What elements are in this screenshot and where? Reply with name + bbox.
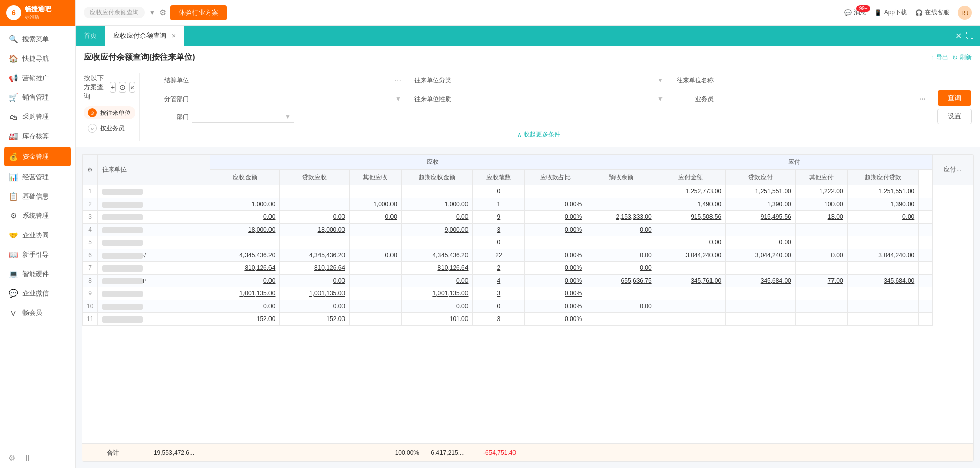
- sidebar-item-marketing[interactable]: 📢营销推广: [0, 68, 75, 88]
- ap-loan-link[interactable]: 3,044,240.00: [755, 252, 791, 259]
- unit-category-arrow[interactable]: ▼: [657, 77, 664, 84]
- ar-count-link[interactable]: 0: [497, 303, 501, 310]
- unit-name-input[interactable]: [717, 75, 929, 86]
- ar-count-link[interactable]: 0: [497, 188, 501, 195]
- ar-ratio-link[interactable]: 0.00%: [565, 264, 582, 272]
- dept-manage-input[interactable]: ▼: [192, 93, 404, 105]
- ar-amount-link[interactable]: 4,345,436.20: [239, 252, 275, 259]
- user-avatar[interactable]: Rit: [958, 6, 972, 20]
- ar-amount-link[interactable]: 0.00: [263, 303, 275, 310]
- sidebar-item-operations[interactable]: 📊经营管理: [0, 167, 75, 187]
- table-scroll[interactable]: ⚙ 往来单位 应收 应付 应付... 应收金额 贷款应收 其他应收 超期应收金额…: [82, 154, 973, 443]
- ar-loan-link[interactable]: 0.00: [333, 303, 345, 310]
- tab-close-ar_ap[interactable]: ×: [172, 32, 176, 40]
- ar-loan-link[interactable]: 1,001,135.00: [309, 290, 345, 297]
- ar-amount-link[interactable]: 152.00: [257, 315, 276, 323]
- sidebar-item-finance[interactable]: 💰资金管理: [4, 147, 71, 166]
- ap-loan-link[interactable]: 915,495.56: [761, 213, 791, 220]
- ar-ratio-link[interactable]: 0.00%: [565, 290, 582, 297]
- ap-amount-link[interactable]: 345,761.00: [691, 277, 721, 284]
- ar-amount-link[interactable]: 0.00: [263, 213, 275, 220]
- settlement-unit-dots[interactable]: ···: [395, 76, 401, 85]
- sidebar-item-system[interactable]: ⚙系统管理: [0, 206, 75, 226]
- ap-amount-link[interactable]: 1,490.00: [698, 201, 722, 208]
- ap-loan-link[interactable]: 0.00: [779, 239, 791, 246]
- topbar-cta-button[interactable]: 体验行业方案: [170, 5, 227, 20]
- ar-other-link[interactable]: 1,000.00: [373, 201, 397, 208]
- ap-overdue-link[interactable]: 3,044,240.00: [878, 252, 914, 259]
- sidebar-item-basic[interactable]: 📋基础信息: [0, 187, 75, 206]
- ap-amount-link[interactable]: 0.00: [709, 239, 721, 246]
- ap-overdue-link[interactable]: 1,251,551.00: [878, 188, 914, 195]
- collapse-more-button[interactable]: ∧ 收起更多条件: [513, 128, 565, 141]
- ap-other-link[interactable]: 77.00: [828, 277, 843, 284]
- ap-other-link[interactable]: 0.00: [831, 252, 843, 259]
- scheme-settings-button[interactable]: ⊙: [119, 82, 126, 93]
- sidebar-item-hardware[interactable]: 💻智能硬件: [0, 264, 75, 284]
- ar-count-link[interactable]: 9: [497, 213, 501, 220]
- ar-count-link[interactable]: 1: [497, 201, 501, 208]
- ap-other-link[interactable]: 1,222.00: [819, 188, 843, 195]
- ap-overdue-link[interactable]: 0.00: [902, 213, 914, 220]
- ap-amount-link[interactable]: 915,508.56: [691, 213, 721, 220]
- online-service-button[interactable]: 🎧 在线客服: [915, 8, 949, 17]
- scheme-by-unit[interactable]: ⊙ 按往来单位: [84, 106, 135, 119]
- ar-overdue-link[interactable]: 0.00: [456, 277, 468, 284]
- ar-ratio-link[interactable]: 0.00%: [565, 201, 582, 208]
- ar-ratio-link[interactable]: 0.00%: [565, 213, 582, 220]
- ar-prepaid-link[interactable]: 0.00: [640, 303, 651, 310]
- ar-prepaid-link[interactable]: 0.00: [640, 226, 651, 233]
- export-button[interactable]: ↑ 导出: [931, 53, 948, 62]
- sidebar-item-wechat[interactable]: 💬企业微信: [0, 284, 75, 303]
- settings-footer-icon[interactable]: ⚙: [8, 453, 15, 463]
- ar-amount-link[interactable]: 18,000.00: [248, 226, 275, 233]
- ar-count-link[interactable]: 4: [497, 277, 501, 284]
- ap-loan-link[interactable]: 1,251,551.00: [755, 188, 791, 195]
- add-scheme-button[interactable]: +: [110, 82, 116, 93]
- ap-loan-link[interactable]: 345,684.00: [761, 277, 791, 284]
- ap-loan-link[interactable]: 1,390.00: [767, 201, 791, 208]
- ap-overdue-link[interactable]: 1,390.00: [891, 201, 915, 208]
- scheme-collapse-button[interactable]: «: [129, 82, 135, 93]
- ar-loan-link[interactable]: 0.00: [333, 277, 345, 284]
- ar-other-link[interactable]: 0.00: [385, 213, 397, 220]
- ar-count-link[interactable]: 3: [497, 226, 501, 233]
- collapse-footer-icon[interactable]: ⏸: [23, 454, 32, 463]
- ap-other-link[interactable]: 100.00: [824, 201, 843, 208]
- refresh-button[interactable]: ↻ 刷新: [952, 53, 972, 62]
- ar-ratio-link[interactable]: 0.00%: [565, 226, 582, 233]
- app-download-button[interactable]: 📱 App下载: [874, 8, 907, 17]
- ar-prepaid-link[interactable]: 2,153,333.00: [616, 213, 652, 220]
- close-window-icon[interactable]: ✕: [955, 31, 962, 41]
- th-settings[interactable]: ⚙: [83, 155, 98, 185]
- ar-count-link[interactable]: 0: [497, 239, 501, 246]
- ap-amount-link[interactable]: 3,044,240.00: [685, 252, 721, 259]
- ar-loan-link[interactable]: 4,345,436.20: [309, 252, 345, 259]
- set-button[interactable]: 设置: [937, 109, 972, 124]
- sidebar-item-quick[interactable]: 🏠快捷导航: [0, 49, 75, 68]
- message-button[interactable]: 💬 消息 99+: [844, 8, 866, 17]
- ar-ratio-link[interactable]: 0.00%: [565, 252, 582, 259]
- sidebar-item-sales[interactable]: 🛒销售管理: [0, 88, 75, 107]
- ap-amount-link[interactable]: 1,252,773.00: [685, 188, 721, 195]
- ar-amount-link[interactable]: 0.00: [263, 277, 275, 284]
- sidebar-item-guide[interactable]: 📖新手引导: [0, 245, 75, 264]
- settlement-unit-input[interactable]: ···: [192, 73, 404, 87]
- ar-prepaid-link[interactable]: 0.00: [640, 264, 651, 272]
- ap-other-link[interactable]: 13.00: [828, 213, 843, 220]
- ap-overdue-link[interactable]: 345,684.00: [884, 277, 914, 284]
- unit-category-input[interactable]: ▼: [454, 75, 667, 86]
- ar-ratio-link[interactable]: 0.00%: [565, 315, 582, 323]
- sidebar-item-collab[interactable]: 🤝企业协同: [0, 226, 75, 245]
- ar-amount-link[interactable]: 810,126.64: [244, 264, 275, 272]
- department-input[interactable]: ▼: [192, 111, 294, 123]
- query-button[interactable]: 查询: [938, 90, 971, 106]
- ar-amount-link[interactable]: 1,001,135.00: [239, 290, 275, 297]
- ar-prepaid-link[interactable]: 655,636.75: [621, 277, 652, 284]
- ar-ratio-link[interactable]: 0.00%: [565, 277, 582, 284]
- ar-count-link[interactable]: 3: [497, 290, 501, 297]
- ar-overdue-link[interactable]: 101.00: [450, 315, 469, 323]
- sidebar-item-inventory[interactable]: 🏭库存核算: [0, 127, 75, 146]
- ar-overdue-link[interactable]: 0.00: [456, 303, 468, 310]
- ar-overdue-link[interactable]: 810,126.64: [437, 264, 468, 272]
